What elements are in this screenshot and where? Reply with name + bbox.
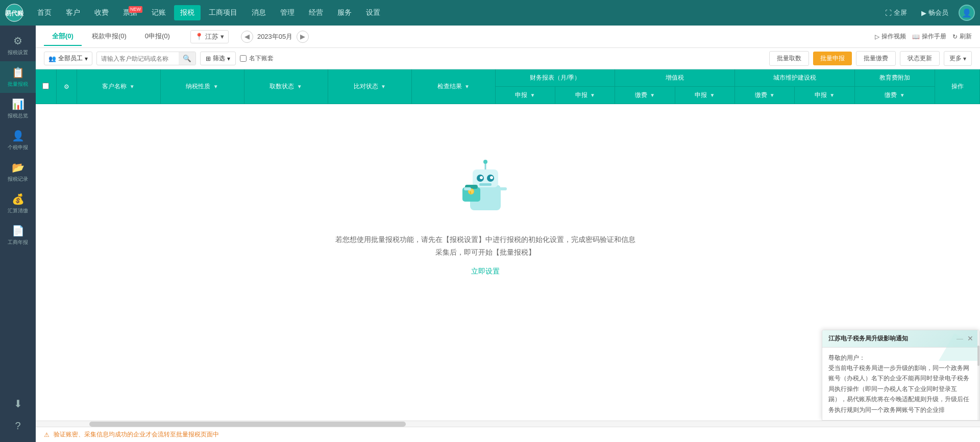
th-city-declare: 申报 ▼ [675,87,734,104]
th-checkbox[interactable] [36,69,56,104]
svg-point-7 [490,176,493,179]
tab-tax-declare[interactable]: 税款申报(0) [84,28,135,46]
download-icon: ⬇ [14,398,22,410]
refresh-button[interactable]: ↻ 刷新 [952,32,972,41]
fullscreen-icon: ⛶ [885,9,892,17]
nav-home[interactable]: 首页 [31,5,58,20]
th-tax-type: 纳税性质 ▼ [160,69,244,104]
notification-panel: 江苏电子税务局升级影响通知 — ✕ 尊敬的用户： 受当前电子税务局进一步升级的影… [822,330,980,421]
annual-report-icon: 📄 [12,225,24,237]
sidebar-item-tax-records[interactable]: 📂 报税记录 [0,156,36,188]
th-city-construction: 城市维护建设税 [734,69,854,87]
sidebar-item-help[interactable]: ? [0,415,36,437]
sidebar-item-tax-overview[interactable]: 📊 报税总览 [0,93,36,125]
settlement-icon: 💰 [12,193,24,205]
help-icon: ? [15,420,20,432]
batch-pay-button[interactable]: 批量缴费 [856,51,896,66]
th-edu-declare: 申报 ▼ [795,87,854,104]
sub-account-checkbox[interactable] [240,55,247,62]
nav-service[interactable]: 服务 [331,5,358,20]
nav-management[interactable]: 管理 [274,5,301,20]
sidebar-item-settlement[interactable]: 💰 汇算清缴 [0,188,36,219]
th-vat-declare: 申报 ▼ [555,87,615,104]
select-all-checkbox[interactable] [42,83,49,89]
employee-select[interactable]: 👥 全部员工 ▾ [44,52,92,65]
video-icon: ▷ [875,33,879,40]
toolbar: 👥 全部员工 ▾ 🔍 ⊞ 筛选 ▾ 名下账套 批量取数 批量申报 批量缴费 [36,48,980,69]
scroll-thumb[interactable] [89,422,406,427]
svg-rect-10 [479,183,492,186]
sidebar-item-personal-tax[interactable]: 👤 个税申报 [0,125,36,156]
operation-video-link[interactable]: ▷ 操作视频 [875,32,906,41]
search-box: 🔍 [96,52,196,65]
search-button[interactable]: 🔍 [179,52,195,65]
svg-rect-18 [939,333,979,361]
search-input[interactable] [97,53,179,64]
warning-icon: ⚠ [44,431,50,438]
next-month-button[interactable]: ▶ [297,31,309,43]
top-navigation: 易代账 首页 客户 收费 票据 NEW 记账 报税 工商项目 消息 管理 经营 … [0,0,980,26]
nav-tax[interactable]: 报税 [174,5,201,20]
content-area: 全部(0) 税款申报(0) 0申报(0) 📍 江苏 ▾ ◀ 2023年05月 ▶ [36,26,980,442]
manual-icon: 📖 [912,33,920,40]
dropdown-icon: ▾ [85,55,88,62]
notification-scrollbar[interactable] [977,330,979,420]
status-update-button[interactable]: 状态更新 [900,51,940,66]
nav-operation[interactable]: 经营 [303,5,329,20]
th-vat-pay: 缴费 ▼ [615,87,675,104]
setup-link[interactable]: 立即设置 [471,267,500,276]
svg-text:易代账: 易代账 [5,10,23,17]
logo-icon[interactable]: 易代账 [5,4,23,22]
member-button[interactable]: ▶ 畅会员 [917,6,952,19]
province-select[interactable]: 📍 江苏 ▾ [190,30,229,43]
bottom-bar: ⚠ 验证账密、采集信息均成功的企业才会流转至批量报税页面中 [36,427,980,442]
notif-decoration [939,330,979,361]
batch-declare-button[interactable]: 批量申报 [813,52,852,65]
prev-month-button[interactable]: ◀ [241,31,253,43]
sidebar-item-tax-settings[interactable]: ⚙ 报税设置 [0,30,36,61]
sub-account-checkbox-label[interactable]: 名下账套 [240,54,274,63]
sidebar-label-annual-report: 工商年报 [8,239,28,246]
nav-fee[interactable]: 收费 [88,5,115,20]
sidebar-bottom: ⬇ ? [0,392,36,442]
fullscreen-button[interactable]: ⛶ 全屏 [881,6,911,19]
tab-all[interactable]: 全部(0) [44,28,82,46]
filter-chevron-icon: ▾ [227,55,230,62]
more-button[interactable]: 更多 ▾ [944,51,972,66]
nav-business[interactable]: 工商项目 [203,5,243,20]
nav-customer[interactable]: 客户 [60,5,86,20]
nav-ticket[interactable]: 票据 NEW [117,5,143,20]
th-gear: ⚙ [56,69,77,104]
current-month: 2023年05月 [257,32,292,41]
sidebar-item-batch-tax[interactable]: 📋 批量报税 [0,61,36,93]
tab-zero-declare[interactable]: 0申报(0) [137,28,178,46]
svg-point-6 [480,176,483,179]
operation-manual-link[interactable]: 📖 操作手册 [912,32,946,41]
notification-scroll-thumb[interactable] [977,346,979,366]
sidebar-item-download[interactable]: ⬇ [0,392,36,415]
nav-message[interactable]: 消息 [246,5,272,20]
notification-title: 江苏电子税务局升级影响通知 [828,334,908,343]
filter-button[interactable]: ⊞ 筛选 ▾ [200,52,236,65]
tax-records-icon: 📂 [12,161,24,174]
sidebar-item-annual-report[interactable]: 📄 工商年报 [0,219,36,251]
th-vat: 增值税 [615,69,735,87]
sidebar-label-tax-settings: 报税设置 [8,49,28,56]
svg-rect-17 [500,187,507,190]
nav-settings[interactable]: 设置 [360,5,386,20]
nav-bookkeeping[interactable]: 记账 [145,5,172,20]
main-layout: ⚙ 报税设置 📋 批量报税 📊 报税总览 👤 个税申报 📂 报税记录 💰 汇算清… [0,26,980,442]
personal-tax-icon: 👤 [12,130,24,142]
nav-right-area: ⛶ 全屏 ▶ 畅会员 👤 [881,5,975,21]
tabs-bar-right: ▷ 操作视频 📖 操作手册 ↻ 刷新 [875,32,972,41]
batch-fetch-button[interactable]: 批量取数 [769,51,809,66]
tax-overview-icon: 📊 [12,98,24,110]
svg-rect-16 [464,187,471,190]
th-financial-report: 财务报表（月/季） [495,69,615,87]
user-avatar[interactable]: 👤 [959,5,975,21]
tax-settings-icon: ⚙ [13,35,22,47]
th-check-result: 检查结果 ▼ [411,69,495,104]
horizontal-scrollbar[interactable] [36,421,980,427]
svg-point-9 [483,160,487,164]
table-container[interactable]: ⚙ 客户名称 ▼ 纳税性质 ▼ 取数状态 ▼ 比对状态 ▼ 检查结果 ▼ 财务报… [36,69,980,421]
